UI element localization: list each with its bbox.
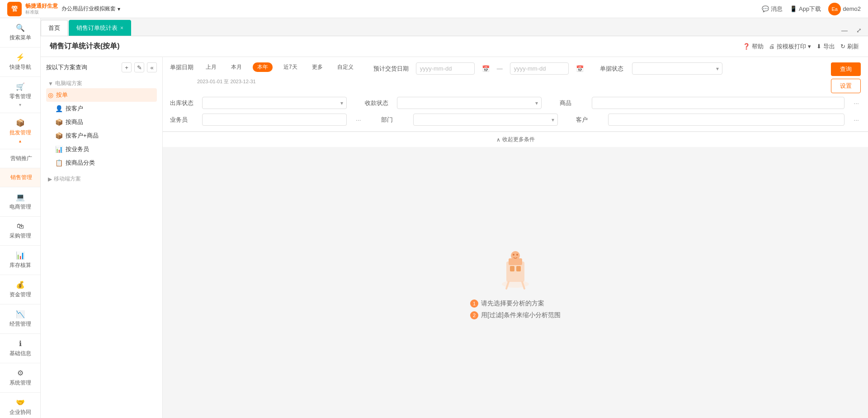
sidebar-item-management[interactable]: 📉 经营管理 <box>0 304 40 334</box>
payment-status-select[interactable] <box>397 97 542 109</box>
export-icon: ⬇ <box>816 43 821 50</box>
message-btn[interactable]: 💬 消息 <box>762 5 783 13</box>
sidebar-item-system[interactable]: ⚙ 系统管理 <box>0 363 40 393</box>
chevron-down-icon: ▾ <box>118 6 120 12</box>
custom-btn[interactable]: 自定义 <box>334 62 357 72</box>
sidebar: 🔍 搜索菜单 ⚡ 快捷导航 🛒 零售管理 ▾ 📦 批发管理 ▴ 营销推广 销售管… <box>0 18 41 418</box>
refresh-btn[interactable]: ↻ 刷新 <box>840 43 859 51</box>
goods-input[interactable] <box>592 97 844 109</box>
help-btn[interactable]: ❓ 帮助 <box>743 43 764 51</box>
collab-icon: 🤝 <box>16 398 25 407</box>
more-btn[interactable]: 更多 <box>308 62 326 72</box>
page-body: 销售订单统计表(按单) ❓ 帮助 🖨 按模板打印 ▾ ⬇ <box>41 36 868 418</box>
tree-item-by-salesperson[interactable]: 📊 按业务员 <box>46 142 157 156</box>
bill-status-select[interactable] <box>632 62 722 75</box>
calendar-end-icon[interactable]: 📅 <box>576 65 584 72</box>
right-panel: 单据日期 上月 本月 本年 近7天 更多 自定义 2023-01-01 至 20… <box>163 57 868 418</box>
search-btn[interactable]: 查询 <box>831 62 861 76</box>
top-bar-right: 💬 消息 📱 App下载 Ea demo2 <box>762 3 861 15</box>
ship-status-select[interactable] <box>202 97 347 109</box>
sidebar-sub-sales[interactable]: 销售管理 <box>0 168 40 187</box>
content-area: 首页 销售订单统计表 × — ⤢ 销售订单统计表(按单) <box>41 18 868 418</box>
empty-svg <box>493 246 538 291</box>
goods-label: 商品 <box>560 99 585 107</box>
salesperson-input[interactable] <box>202 114 347 126</box>
plus-icon: + <box>125 64 128 71</box>
sidebar-item-basic[interactable]: ℹ 基础信息 <box>0 334 40 363</box>
sidebar-sub-marketing[interactable]: 营销推广 <box>0 149 40 168</box>
tree-item-by-customer-goods[interactable]: 📦 按客户+商品 <box>46 129 157 142</box>
sidebar-item-collab[interactable]: 🤝 企业协同 <box>0 393 40 418</box>
mgmt-icon: 📉 <box>16 310 25 318</box>
tree-item-by-customer[interactable]: 👤 按客户 <box>46 102 157 115</box>
filter-row-date: 单据日期 上月 本月 本年 近7天 更多 自定义 <box>170 62 357 72</box>
sidebar-item-retail[interactable]: 🛒 零售管理 ▾ <box>0 77 40 113</box>
collapse-panel-btn[interactable]: « <box>147 62 157 72</box>
chevron-up-icon: ▴ <box>19 138 21 143</box>
edit-scheme-btn[interactable]: ✎ <box>134 62 144 72</box>
svg-point-5 <box>516 254 518 256</box>
sidebar-item-quicknav[interactable]: ⚡ 快捷导航 <box>0 48 40 77</box>
empty-tip-1: 1 请先选择要分析的方案 <box>470 299 561 308</box>
last7-btn[interactable]: 近7天 <box>280 62 301 72</box>
salesperson-dots-btn[interactable]: ··· <box>354 116 363 124</box>
this-month-btn[interactable]: 本月 <box>227 62 245 72</box>
tab-bar: 首页 销售订单统计表 × — ⤢ <box>41 18 868 36</box>
sidebar-item-purchase[interactable]: 🛍 采购管理 <box>0 217 40 246</box>
tree-category-mobile[interactable]: ▶ 移动端方案 <box>46 173 157 184</box>
expected-date-end[interactable] <box>510 62 569 75</box>
export-btn[interactable]: ⬇ 导出 <box>816 43 835 51</box>
tree-category-pc[interactable]: ▼ 电脑端方案 <box>46 78 157 88</box>
collapse-filter-btn[interactable]: ∧ 收起更多条件 <box>163 132 868 147</box>
tab-close-btn[interactable]: × <box>120 25 123 31</box>
action-btn-group: 查询 设置 <box>831 62 861 93</box>
gear-icon: ⚙ <box>17 369 24 377</box>
page-header: 销售订单统计表(按单) ❓ 帮助 🖨 按模板打印 ▾ ⬇ <box>41 36 868 57</box>
tab-maximize-btn[interactable]: ⤢ <box>854 25 864 36</box>
main-content: 按以下方案查询 + ✎ « <box>41 57 868 418</box>
svg-rect-6 <box>510 266 514 271</box>
last-month-btn[interactable]: 上月 <box>202 62 220 72</box>
left-panel-header: 按以下方案查询 + ✎ « <box>46 62 157 72</box>
customer-goods-icon: 📦 <box>55 132 63 139</box>
customer-input[interactable] <box>608 114 845 126</box>
user-menu[interactable]: Ea demo2 <box>828 3 861 15</box>
tab-home[interactable]: 首页 <box>41 20 68 36</box>
sidebar-item-search[interactable]: 🔍 搜索菜单 <box>0 18 40 48</box>
chevron-down-icon: ▾ <box>19 102 21 107</box>
tab-sales-order[interactable]: 销售订单统计表 × <box>69 20 131 36</box>
left-panel-title: 按以下方案查询 <box>46 63 87 71</box>
tree-item-by-goods[interactable]: 📦 按商品 <box>46 115 157 129</box>
page-header-actions: ❓ 帮助 🖨 按模板打印 ▾ ⬇ 导出 ↻ <box>743 43 859 51</box>
sidebar-item-inventory[interactable]: 📊 库存核算 <box>0 246 40 275</box>
this-year-btn[interactable]: 本年 <box>253 62 273 72</box>
goods-dots-btn[interactable]: ··· <box>852 100 861 107</box>
expected-date-start[interactable] <box>416 62 475 75</box>
calendar-start-icon[interactable]: 📅 <box>482 65 490 72</box>
app-download-btn[interactable]: 📱 App下载 <box>790 5 821 13</box>
filter-row-expected-date: 预计交货日期 📅 — 📅 <box>373 62 584 75</box>
dept-select[interactable] <box>413 114 558 126</box>
setting-btn[interactable]: 设置 <box>831 79 861 93</box>
help-icon: ❓ <box>743 43 750 50</box>
search-icon: 🔍 <box>16 24 25 32</box>
finance-icon: 💰 <box>16 280 25 289</box>
chevron-down-icon: ▾ <box>808 43 811 50</box>
date-range-display: 2023-01-01 至 2023-12-31 <box>170 78 357 85</box>
tree-item-by-category[interactable]: 📋 按商品分类 <box>46 156 157 170</box>
flash-icon: ⚡ <box>16 53 25 62</box>
tab-minimize-btn[interactable]: — <box>839 25 850 36</box>
sidebar-item-wholesale[interactable]: 📦 批发管理 ▴ <box>0 113 40 149</box>
account-dropdown[interactable]: 办公用品行业模拟账套 ▾ <box>61 5 120 13</box>
sidebar-item-finance[interactable]: 💰 资金管理 <box>0 275 40 304</box>
retail-icon: 🛒 <box>16 82 25 91</box>
dept-label: 部门 <box>381 116 406 124</box>
customer-dots-btn[interactable]: ··· <box>852 116 861 124</box>
sidebar-item-ecommerce[interactable]: 💻 电商管理 <box>0 187 40 217</box>
tree-item-by-order[interactable]: ◎ 按单 <box>46 88 157 102</box>
print-btn[interactable]: 🖨 按模板打印 ▾ <box>769 43 811 51</box>
filter-area: 单据日期 上月 本月 本年 近7天 更多 自定义 2023-01-01 至 20… <box>163 57 868 132</box>
svg-rect-7 <box>516 266 521 271</box>
brand-name: 畅捷通好生意 <box>25 3 58 9</box>
add-scheme-btn[interactable]: + <box>122 62 132 72</box>
